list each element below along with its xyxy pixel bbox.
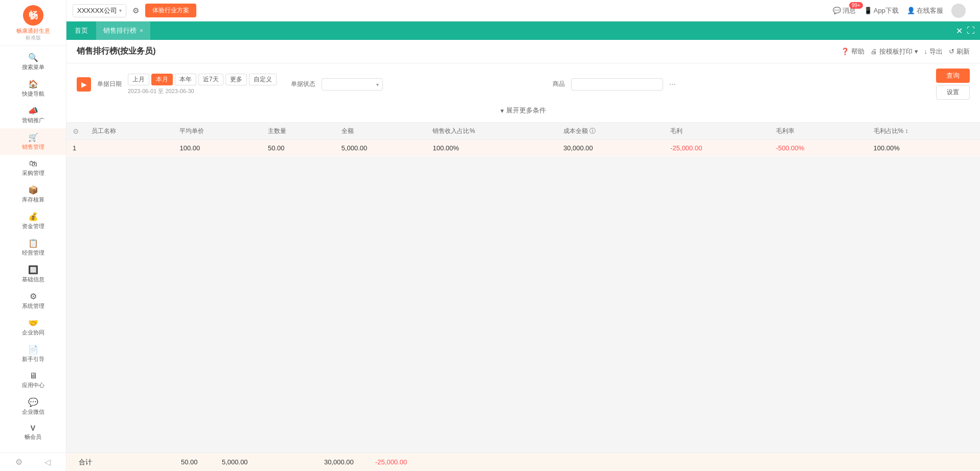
sidebar-item-purchase[interactable]: 🛍 采购管理 [0,155,66,181]
expand-chevron-icon: ▾ [500,107,504,115]
main-area: XXXXXX公司 ▾ ⚙ 体验行业方案 💬 消息 99+ 📱 App下载 👤 在… [66,0,980,471]
footer-amount: 5,000.00 [216,458,267,466]
sidebar-item-marketing[interactable]: 📣 营销推广 [0,102,66,128]
th-cost: 成本全额 ⓘ [557,123,664,140]
sidebar-item-search[interactable]: 🔍 搜索菜单 [0,49,66,75]
custom-date-button[interactable]: 自定义 [249,74,277,85]
cell-profit: -25,000.00 [664,140,769,156]
status-filter-label: 单据状态 [291,80,315,88]
home-icon: 🏠 [28,79,38,89]
action-buttons: 查询 设置 [936,69,970,100]
topbar: XXXXXX公司 ▾ ⚙ 体验行业方案 💬 消息 99+ 📱 App下载 👤 在… [66,0,980,21]
sidebar-item-system[interactable]: ⚙ 系统管理 [0,287,66,314]
online-service-button[interactable]: 👤 在线客服 [907,6,943,15]
export-button[interactable]: ↓ 导出 [924,47,943,56]
tab-maximize-icon[interactable]: ⛶ [967,26,975,35]
export-icon: ↓ [924,48,928,55]
status-select-wrapper [322,78,383,91]
sidebar-item-sales[interactable]: 🛒 销售管理 [0,128,66,155]
company-name: XXXXXX公司 [77,6,117,15]
purchase-icon: 🛍 [29,159,37,168]
expand-label: 展开更多条件 [506,106,546,115]
logo-text: 畅康通好生意 [16,27,50,34]
guide-icon: 📄 [28,345,38,354]
more-date-button[interactable]: 更多 [225,74,247,85]
topbar-right: 💬 消息 99+ 📱 App下载 👤 在线客服 [833,4,974,18]
filter-toggle-button[interactable]: ▶ [77,77,91,92]
sidebar-item-label: 资金管理 [22,222,44,230]
cell-index: 1 [66,140,85,156]
th-sales-pct: 销售收入占比% [426,123,557,140]
tab-close-icon[interactable]: × [140,27,143,34]
trial-button[interactable]: 体验行业方案 [145,4,196,17]
query-button[interactable]: 查询 [936,69,970,83]
tab-home-label: 首页 [75,26,88,35]
refresh-label: 刷新 [956,47,970,56]
logo-icon: 畅 [23,5,43,26]
goods-more-icon[interactable]: ··· [669,80,676,89]
sidebar-item-label: 企业微信 [22,408,44,416]
last-month-button[interactable]: 上月 [128,74,149,85]
print-icon: 🖨 [871,48,877,55]
table-body: 1 100.00 50.00 5,000.00 100.00% 30,000.0… [66,140,980,156]
status-select[interactable] [322,78,383,91]
apps-icon: 🖥 [29,371,37,380]
table-settings-icon[interactable]: ⚙ [73,127,79,136]
finance-icon: 💰 [28,212,38,221]
tab-home[interactable]: 首页 [66,21,96,40]
sidebar-item-enterprise[interactable]: 🤝 企业协同 [0,314,66,341]
sidebar-item-member[interactable]: V 畅会员 [0,420,66,445]
help-icon: ❓ [841,48,849,55]
sidebar-item-inventory[interactable]: 📦 库存核算 [0,181,66,208]
company-selector[interactable]: XXXXXX公司 ▾ [73,4,126,17]
recent7-button[interactable]: 近7天 [198,74,223,85]
cell-profit-rate: -500.00% [770,140,868,156]
data-table: ⚙ 员工名称 平均单价 主数量 全额 销售收入占比% 成本全额 ⓘ 毛利 毛利率… [66,123,980,156]
help-button[interactable]: ❓ 帮助 [841,47,864,56]
company-chevron-icon: ▾ [119,8,122,13]
collapse-icon[interactable]: ◁ [44,457,51,467]
tab-sales-ranking[interactable]: 销售排行榜 × [96,21,150,40]
sidebar-bottom: ⚙ ◁ [0,453,66,471]
app-download-label: App下载 [874,6,899,15]
content-area: 销售排行榜(按业务员) ❓ 帮助 🖨 按模板打印 ▾ ↓ 导出 ↺ 刷新 [66,40,980,471]
sidebar-item-basic-info[interactable]: 🔲 基础信息 [0,261,66,287]
print-button[interactable]: 🖨 按模板打印 ▾ [871,47,918,56]
print-chevron-icon: ▾ [915,48,918,55]
goods-input[interactable] [571,78,663,91]
sidebar-item-guide[interactable]: 📄 新手引导 [0,341,66,367]
sidebar-item-operations[interactable]: 📋 经营管理 [0,234,66,261]
message-button[interactable]: 💬 消息 99+ [833,6,856,15]
table-row: 1 100.00 50.00 5,000.00 100.00% 30,000.0… [66,140,980,156]
goods-filter-label: 商品 [553,80,565,88]
topbar-gear-icon[interactable]: ⚙ [132,6,139,15]
message-icon: 💬 [833,7,841,14]
page-actions: ❓ 帮助 🖨 按模板打印 ▾ ↓ 导出 ↺ 刷新 [841,47,970,62]
avatar[interactable] [951,4,966,18]
tab-right-controls: ✕ ⛶ [956,26,980,36]
app-download-button[interactable]: 📱 App下载 [864,6,899,15]
download-icon: 📱 [864,7,872,14]
sidebar: 畅 畅康通好生意 标准版 🔍 搜索菜单 🏠 快捷导航 📣 营销推广 🛒 销售管理… [0,0,66,471]
current-month-button[interactable]: 本月 [151,74,173,85]
th-profit-pct: 毛利占比% ↕ [868,123,981,140]
help-label: 帮助 [851,47,864,56]
tabbar: 首页 销售排行榜 × ✕ ⛶ [66,21,980,40]
sidebar-item-finance[interactable]: 💰 资金管理 [0,208,66,234]
logo-sub: 标准版 [26,34,41,41]
sidebar-item-quick-nav[interactable]: 🏠 快捷导航 [0,75,66,102]
expand-more-button[interactable]: ▾ 展开更多条件 [77,104,970,117]
table-wrapper: ⚙ 员工名称 平均单价 主数量 全额 销售收入占比% 成本全额 ⓘ 毛利 毛利率… [66,123,980,453]
settings-bottom-icon[interactable]: ⚙ [15,457,22,467]
th-settings: ⚙ [66,123,85,140]
footer-total-label: 合计 [73,458,134,467]
sidebar-item-wechat[interactable]: 💬 企业微信 [0,393,66,420]
refresh-button[interactable]: ↺ 刷新 [949,47,970,56]
member-icon: V [31,424,35,432]
filter-settings-button[interactable]: 设置 [936,85,970,100]
tab-close-window-icon[interactable]: ✕ [956,26,963,36]
footer-qty: 50.00 [175,458,216,466]
current-year-button[interactable]: 本年 [175,74,196,85]
sidebar-item-label: 畅会员 [25,433,41,441]
sidebar-item-apps[interactable]: 🖥 应用中心 [0,367,66,393]
